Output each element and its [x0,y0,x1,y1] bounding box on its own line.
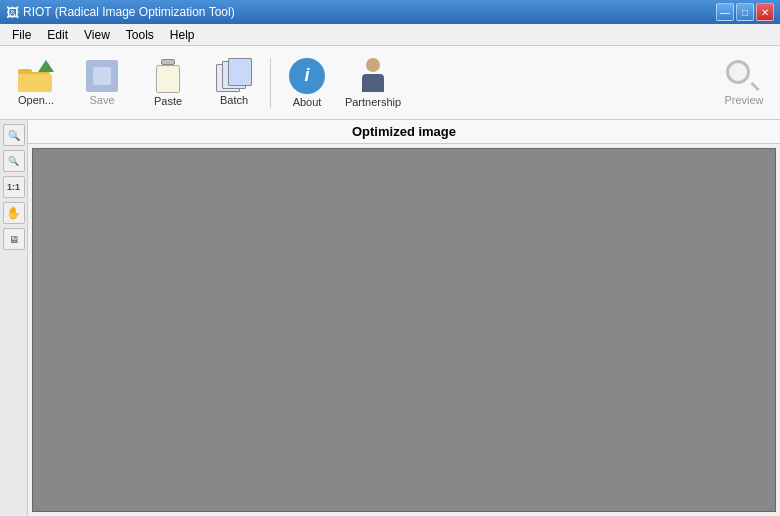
image-canvas [32,148,776,512]
main-area: 🔍 🔍 1:1 ✋ 🖥 Optimized image [0,120,780,516]
menu-edit[interactable]: Edit [39,26,76,44]
minimize-button[interactable]: — [716,3,734,21]
batch-icon [216,60,252,92]
save-icon [86,60,118,92]
about-icon: i [289,58,325,94]
image-panel-title: Optimized image [28,120,780,144]
menu-help[interactable]: Help [162,26,203,44]
preview-label: Preview [724,94,763,106]
open-button[interactable]: Open... [4,50,68,116]
menu-bar: File Edit View Tools Help [0,24,780,46]
close-button[interactable]: ✕ [756,3,774,21]
partnership-label: Partnership [345,96,401,108]
preview-button[interactable]: Preview [712,50,776,116]
save-button[interactable]: Save [70,50,134,116]
left-sidebar: 🔍 🔍 1:1 ✋ 🖥 [0,120,28,516]
about-label: About [293,96,322,108]
menu-tools[interactable]: Tools [118,26,162,44]
toolbar: Open... Save Paste Batch i About Partner… [0,46,780,120]
open-label: Open... [18,94,54,106]
partnership-icon [357,58,389,94]
open-icon [18,60,54,92]
paste-label: Paste [154,95,182,107]
display-button[interactable]: 🖥 [3,228,25,250]
batch-label: Batch [220,94,248,106]
zoom-in-button[interactable]: 🔍 [3,124,25,146]
about-button[interactable]: i About [275,50,339,116]
partnership-button[interactable]: Partnership [341,50,405,116]
zoom-out-button[interactable]: 🔍 [3,150,25,172]
title-bar-controls: — □ ✕ [716,3,774,21]
batch-button[interactable]: Batch [202,50,266,116]
paste-button[interactable]: Paste [136,50,200,116]
window-title: RIOT (Radical Image Optimization Tool) [23,5,235,19]
paste-icon [152,59,184,93]
save-label: Save [89,94,114,106]
hand-tool-button[interactable]: ✋ [3,202,25,224]
image-panel: Optimized image [28,120,780,516]
title-bar: 🖼 RIOT (Radical Image Optimization Tool)… [0,0,780,24]
title-bar-left: 🖼 RIOT (Radical Image Optimization Tool) [6,5,235,20]
preview-icon [726,60,762,92]
maximize-button[interactable]: □ [736,3,754,21]
menu-file[interactable]: File [4,26,39,44]
menu-view[interactable]: View [76,26,118,44]
fit-button[interactable]: 1:1 [3,176,25,198]
toolbar-separator-1 [270,58,271,108]
app-icon: 🖼 [6,5,19,20]
